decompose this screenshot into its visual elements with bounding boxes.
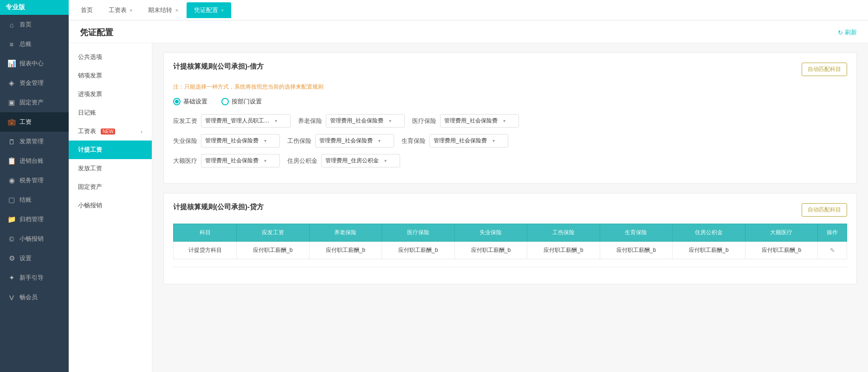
home-icon: ⌂: [7, 21, 16, 29]
select-pension[interactable]: 管理费用_社会保险费 ▾: [326, 114, 405, 128]
label-medical: 医疗保险: [412, 117, 436, 125]
td-action[interactable]: ✎: [818, 242, 847, 259]
tab-period-close-close[interactable]: ×: [175, 7, 178, 13]
left-nav-salary-table[interactable]: 工资表 NEW ›: [69, 122, 152, 141]
sidebar-item-fund[interactable]: ◈ 资金管理: [0, 73, 69, 93]
sidebar-item-assets[interactable]: ▣ 固定资产: [0, 93, 69, 112]
sidebar-item-salary[interactable]: 💼 工资: [0, 112, 69, 132]
sidebar-item-home[interactable]: ⌂ 首页: [0, 15, 69, 34]
select-medical[interactable]: 管理费用_社会保险费 ▾: [440, 114, 519, 128]
sidebar-label-report: 报表中心: [19, 59, 44, 68]
select-housing-text: 管理费用_住房公积金: [325, 157, 379, 165]
td-pension: 应付职工薪酬_b: [309, 242, 382, 259]
th-action: 操作: [818, 224, 847, 242]
left-nav-fixed-assets[interactable]: 固定资产: [69, 178, 152, 196]
new-badge: NEW: [101, 128, 115, 135]
table-header-row: 科目 应发工资 养老保险 医疗保险 失业保险 工伤保险 生育保险 住房公积金 大…: [174, 224, 847, 242]
sidebar-label-settings: 设置: [19, 254, 32, 263]
sidebar-item-xiaochang[interactable]: © 小畅报销: [0, 229, 69, 249]
field-injury: 工伤保险 管理费用_社会保险费 ▾: [287, 134, 394, 148]
tab-salary-table-close[interactable]: ×: [130, 7, 132, 13]
tab-salary-table[interactable]: 工资表 ×: [101, 2, 140, 18]
sidebar-item-purchase[interactable]: 📋 进销台账: [0, 151, 69, 171]
radio-dept[interactable]: 按部门设置: [221, 97, 262, 106]
table-divider: [173, 267, 847, 267]
th-medical: 医疗保险: [382, 224, 455, 242]
radio-group: 基础设置 按部门设置: [173, 97, 847, 106]
left-nav: 公共选项 销项发票 进项发票 日记账 工资表 NEW › 计提工资 发放工资: [69, 43, 152, 372]
left-nav-pay-salary[interactable]: 发放工资: [69, 159, 152, 178]
credit-section-title: 计提核算规则(公司承担)-贷方: [173, 203, 264, 212]
td-salary: 应付职工薪酬_b: [237, 242, 310, 259]
td-maternity: 应付职工薪酬_b: [600, 242, 673, 259]
debit-notice: 注：只能选择一种方式，系统将按照您当前的选择来配置规则: [173, 83, 847, 91]
close-account-icon: ▢: [7, 196, 16, 204]
sidebar-item-invoice[interactable]: 🗒 发票管理: [0, 132, 69, 151]
field-housing: 住房公积金 管理费用_住房公积金 ▾: [287, 154, 400, 167]
th-unemployment: 失业保险: [454, 224, 527, 242]
credit-auto-match-button[interactable]: 自动匹配科目: [802, 203, 847, 217]
refresh-icon: ↻: [838, 29, 843, 36]
report-icon: 📊: [7, 59, 16, 68]
tab-home[interactable]: 首页: [73, 2, 100, 18]
sidebar-item-report[interactable]: 📊 报表中心: [0, 54, 69, 73]
chevron-pension: ▾: [389, 118, 391, 123]
select-housing[interactable]: 管理费用_住房公积金 ▾: [321, 154, 400, 167]
credit-table: 科目 应发工资 养老保险 医疗保险 失业保险 工伤保险 生育保险 住房公积金 大…: [173, 224, 847, 259]
chevron-medical: ▾: [503, 118, 505, 123]
sidebar-label-fund: 资金管理: [19, 79, 44, 87]
content-area: 公共选项 销项发票 进项发票 日记账 工资表 NEW › 计提工资 发放工资: [69, 43, 868, 372]
select-maternity[interactable]: 管理费用_社会保险费 ▾: [429, 134, 508, 148]
sidebar-item-archive[interactable]: 📁 归档管理: [0, 210, 69, 229]
tab-voucher-config[interactable]: 凭证配置 ×: [187, 2, 231, 18]
label-pension: 养老保险: [298, 117, 322, 125]
sidebar-item-close[interactable]: ▢ 结账: [0, 190, 69, 210]
debit-section: 计提核算规则(公司承担)-借方 自动匹配科目 注：只能选择一种方式，系统将按照您…: [163, 52, 857, 184]
sidebar-item-ledger[interactable]: ≡ 总账: [0, 34, 69, 54]
debit-auto-match-button[interactable]: 自动匹配科目: [802, 63, 847, 76]
refresh-button[interactable]: ↻ 刷新: [838, 28, 857, 37]
edit-icon[interactable]: ✎: [830, 247, 835, 254]
tab-voucher-config-close[interactable]: ×: [221, 7, 224, 13]
left-nav-journal[interactable]: 日记账: [69, 103, 152, 122]
credit-section-header: 计提核算规则(公司承担)-贷方 自动匹配科目: [173, 203, 847, 217]
sidebar-item-member[interactable]: V 畅会员: [0, 288, 69, 307]
select-unemployment[interactable]: 管理费用_社会保险费 ▾: [201, 134, 280, 148]
sidebar-label-salary: 工资: [19, 118, 32, 126]
assets-icon: ▣: [7, 98, 16, 107]
left-nav-purchase-invoice[interactable]: 进项发票: [69, 85, 152, 103]
sidebar-label-ledger: 总账: [19, 40, 32, 48]
left-nav-public[interactable]: 公共选项: [69, 48, 152, 66]
left-nav-accrual[interactable]: 计提工资: [69, 141, 152, 159]
sidebar-item-tax[interactable]: ◉ 税务管理: [0, 171, 69, 190]
tab-period-close[interactable]: 期末结转 ×: [141, 2, 185, 18]
radio-basic[interactable]: 基础设置: [173, 97, 207, 106]
select-maternity-text: 管理费用_社会保险费: [434, 137, 487, 145]
tax-icon: ◉: [7, 176, 16, 185]
settings-icon: ⚙: [7, 254, 16, 263]
sidebar-item-guide[interactable]: ✦ 新手引导: [0, 268, 69, 288]
td-injury: 应付职工薪酬_b: [527, 242, 600, 259]
select-salary[interactable]: 管理费用_管理人员职工薪酬 ▾: [201, 114, 291, 128]
select-major-medical[interactable]: 管理费用_社会保险费 ▾: [201, 154, 280, 167]
archive-icon: 📁: [7, 215, 16, 224]
expand-icon: ›: [141, 128, 143, 135]
label-injury: 工伤保险: [287, 137, 311, 145]
select-injury[interactable]: 管理费用_社会保险费 ▾: [315, 134, 394, 148]
tab-period-close-label: 期末结转: [148, 6, 172, 14]
tab-voucher-config-label: 凭证配置: [194, 6, 218, 14]
field-salary: 应发工资 管理费用_管理人员职工薪酬 ▾: [173, 114, 291, 128]
tab-salary-table-label: 工资表: [109, 6, 127, 14]
left-nav-sales-invoice[interactable]: 销项发票: [69, 66, 152, 85]
td-medical: 应付职工薪酬_b: [382, 242, 455, 259]
label-unemployment: 失业保险: [173, 137, 197, 145]
label-maternity: 生育保险: [402, 137, 426, 145]
th-major-medical: 大额医疗: [745, 224, 818, 242]
fund-icon: ◈: [7, 79, 16, 87]
sidebar-label-purchase: 进销台账: [19, 157, 44, 165]
sidebar-item-settings[interactable]: ⚙ 设置: [0, 249, 69, 268]
left-nav-xiaochang[interactable]: 小畅报销: [69, 196, 152, 215]
td-subject: 计提贷方科目: [174, 242, 237, 259]
select-unemployment-text: 管理费用_社会保险费: [205, 137, 259, 145]
chevron-maternity: ▾: [492, 138, 495, 143]
